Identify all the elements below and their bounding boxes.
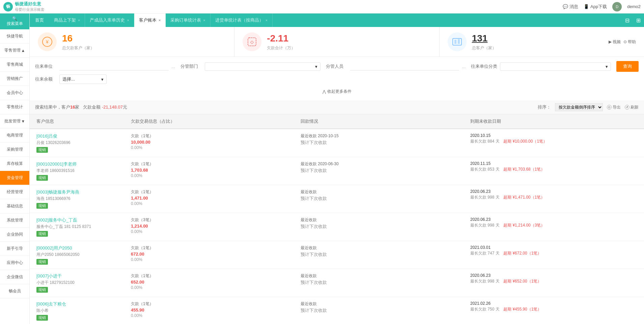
collapse-btn[interactable]: ⋀ 收起更多条件 — [35, 87, 639, 96]
debt-customers-label: 总欠款客户（家） — [62, 45, 94, 51]
from-unit-input[interactable] — [59, 62, 169, 70]
debt-amount[interactable]: 672.00 — [131, 252, 298, 257]
customer-contact: 用户2050 18665062050 — [36, 252, 128, 258]
customer-name[interactable]: [0006]去下粮仓 — [36, 301, 128, 307]
sidebar-item-corp-coop[interactable]: 企业协同 — [0, 228, 29, 242]
query-btn[interactable]: 查询 — [616, 61, 639, 72]
close-icon[interactable]: × — [265, 18, 268, 22]
sidebar-item-retail-mgmt[interactable]: 零售管理▲ — [0, 43, 29, 58]
customer-name[interactable]: [0007]小进干 — [36, 273, 128, 279]
export-btn[interactable]: ⊙ 导出 — [607, 105, 621, 110]
table-row: [0001020001]李老师 李老师 18600391516 现销 欠款（1笔… — [30, 157, 644, 185]
refresh-label: 刷新 — [631, 105, 639, 110]
unit-type-filter: 往来单位分类 ▾ — [471, 62, 611, 71]
customer-name[interactable]: [0016]吕俊 — [36, 133, 128, 139]
sidebar-item-retail-stats[interactable]: 零售统计 — [0, 100, 29, 114]
customer-name[interactable]: [0001020001]李老师 — [36, 161, 128, 167]
sidebar-item-ecommerce[interactable]: 电商管理 — [0, 128, 29, 143]
customer-name[interactable]: [0003]畅捷服务尹海燕 — [36, 189, 128, 195]
debt-amount[interactable]: 455.90 — [131, 307, 298, 313]
sort-select[interactable]: 按欠款金额倒序排序 — [555, 103, 603, 111]
sidebar-item-ops[interactable]: 经营管理 — [0, 185, 29, 199]
tab-product-status[interactable]: 商品上下架 × — [49, 13, 85, 27]
avatar[interactable]: D — [612, 2, 622, 11]
due-date-cell: 2020.06.23 最长欠款 998 天 超期 ¥652.00（1笔） — [469, 272, 639, 293]
collection-cell: 最近收款 预计下次收款 — [299, 188, 469, 209]
chevron-icon: ▼ — [21, 119, 25, 124]
close-icon[interactable]: × — [159, 18, 161, 22]
balance-label: 往来余额 — [35, 76, 57, 82]
balance-placeholder: 选择... — [62, 76, 75, 82]
sidebar-item-corp-wechat[interactable]: 企业微信 — [0, 270, 29, 284]
tab-purchase-product-stats[interactable]: 进货单统计表（按商品） × — [211, 13, 273, 27]
debt-amount[interactable]: 1,471.00 — [131, 196, 298, 201]
logo-sub: 母婴行业演示账套 — [15, 7, 45, 12]
balance-select[interactable]: 选择... ▾ — [59, 75, 107, 84]
message-btn[interactable]: 💬 消息 — [563, 4, 578, 10]
search-icon: 🔍 — [12, 16, 17, 21]
overdue-link[interactable]: 超期 ¥652.00（1笔） — [503, 279, 541, 284]
last-payment: 最近收款 — [301, 301, 468, 307]
sidebar-item-batch-mgmt[interactable]: 批发管理▼ — [0, 114, 29, 128]
sidebar-item-retail-shop[interactable]: 零售商城 — [0, 58, 29, 72]
chevron-down-icon: ▾ — [606, 64, 608, 69]
tab-purchase-stats[interactable]: 采购订单统计表 × — [166, 13, 210, 27]
tab-home[interactable]: 首页 — [30, 13, 49, 27]
sidebar-item-newbie[interactable]: 新手引导 — [0, 242, 29, 256]
overdue-days: 最长欠款 884 天 超期 ¥10,000.00（1笔） — [470, 139, 637, 144]
tab-product-history[interactable]: 产成品入库单历史 × — [85, 13, 134, 27]
tab-expand-btn[interactable]: ⊞ — [633, 13, 644, 27]
sidebar-item-system[interactable]: 系统管理 — [0, 213, 29, 228]
debt-amount[interactable]: 1,703.68 — [131, 168, 298, 173]
app-download-btn[interactable]: 📱 App下载 — [584, 4, 607, 10]
person-dots[interactable]: ... — [462, 64, 466, 69]
tab-customer-account[interactable]: 客户账本 × — [134, 13, 166, 27]
customer-contact: 李老师 18600391516 — [36, 168, 128, 174]
table-row: [0016]吕俊 吕俊 13026203696 现销 欠款（1笔） 10,000… — [30, 129, 644, 157]
sidebar-item-app-center[interactable]: 应用中心 — [0, 256, 29, 270]
stat-total-customers: 131 总客户（家） ▶ 视频 ⊙ 帮助 — [440, 27, 644, 57]
sidebar-item-purchase[interactable]: 采购管理 — [0, 143, 29, 157]
debt-count: 欠款（1笔） — [131, 189, 298, 195]
tab-collapse-btn[interactable]: ⊟ — [622, 13, 633, 27]
last-payment: 最近收款 — [301, 189, 468, 195]
customer-name[interactable]: [0002]服务中心_丁磊 — [36, 217, 128, 223]
overdue-link[interactable]: 超期 ¥455.90（1笔） — [503, 307, 541, 312]
close-icon[interactable]: × — [127, 18, 129, 22]
next-payment: 预计下次收款 — [301, 307, 468, 314]
sidebar-item-finance[interactable]: 资金管理 — [0, 171, 29, 185]
collection-cell: 最近收款 预计下次收款 — [299, 244, 469, 265]
customer-count: 16 — [70, 105, 75, 110]
refresh-btn[interactable]: ↺ 刷新 — [625, 105, 639, 110]
sidebar-item-marketing[interactable]: 营销推广 — [0, 72, 29, 86]
overdue-link[interactable]: 超期 ¥1,471.00（1笔） — [503, 195, 545, 200]
from-unit-dots[interactable]: ... — [171, 64, 175, 69]
debt-amount[interactable]: 652.00 — [131, 279, 298, 285]
sidebar-item-basic-info[interactable]: 基础信息 — [0, 199, 29, 213]
next-payment: 预计下次收款 — [301, 279, 468, 286]
unit-type-select[interactable]: ▾ — [500, 62, 611, 71]
sidebar-search[interactable]: 🔍 搜索菜单 — [0, 13, 29, 29]
overdue-link[interactable]: 超期 ¥10,000.00（1笔） — [503, 139, 547, 144]
debt-amount[interactable]: 1,214.00 — [131, 224, 298, 229]
overdue-link[interactable]: 超期 ¥1,703.68（1笔） — [503, 167, 545, 172]
overdue-link[interactable]: 超期 ¥1,214.00（3笔） — [503, 223, 545, 228]
help-btn[interactable]: ⊙ 帮助 — [623, 39, 636, 45]
close-icon[interactable]: × — [78, 18, 80, 22]
person-input[interactable] — [350, 62, 459, 70]
due-date-cell: 2021.02.26 最长欠款 750 天 超期 ¥455.90（1笔） — [469, 300, 639, 321]
sidebar-item-member[interactable]: 会员中心 — [0, 86, 29, 100]
sidebar-item-member-plus[interactable]: 畅会员 — [0, 284, 29, 298]
view-btn[interactable]: ▶ 视频 — [609, 39, 621, 45]
sidebar-item-inventory[interactable]: 库存核算 — [0, 157, 29, 171]
customer-name[interactable]: [000002]用户2050 — [36, 245, 128, 251]
next-payment: 预计下次收款 — [301, 224, 468, 230]
close-icon[interactable]: × — [203, 18, 205, 22]
from-unit-filter: 往来单位 ... — [35, 62, 175, 70]
debt-amount[interactable]: 10,000.00 — [131, 140, 298, 145]
debt-ratio: 0.00% — [131, 201, 298, 206]
dept-filter: 分管部门 ▾ — [180, 62, 320, 71]
overdue-link[interactable]: 超期 ¥672.00（1笔） — [503, 251, 541, 256]
dept-select[interactable]: ▾ — [205, 62, 320, 71]
sidebar-item-quick-nav[interactable]: 快捷导航 — [0, 29, 29, 43]
